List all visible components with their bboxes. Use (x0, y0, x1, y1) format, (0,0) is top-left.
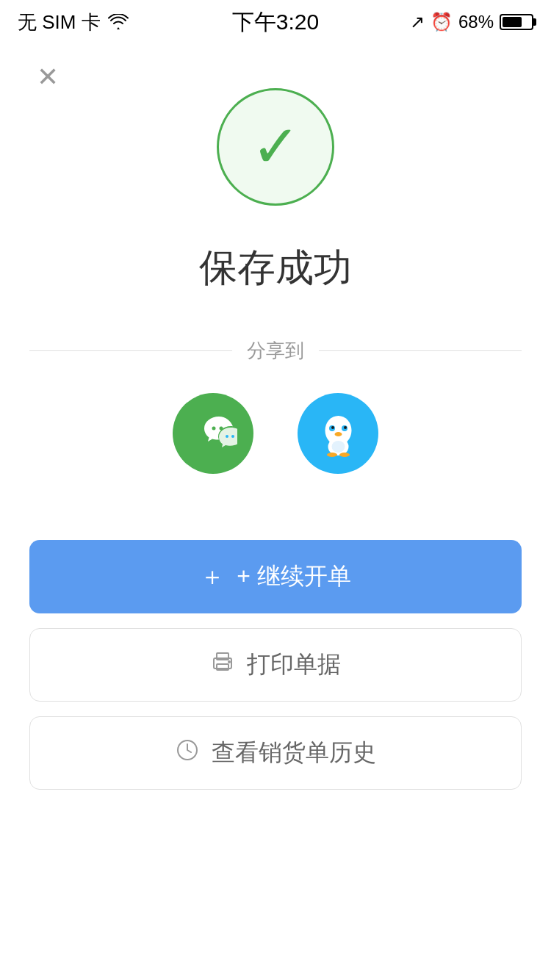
svg-point-11 (331, 441, 345, 453)
svg-point-12 (327, 453, 337, 457)
share-icons-row (29, 393, 522, 474)
checkmark-icon: ✓ (251, 118, 300, 176)
success-title: 保存成功 (199, 242, 352, 294)
close-icon: ✕ (37, 64, 59, 90)
svg-point-7 (331, 426, 334, 429)
wechat-share-button[interactable] (173, 393, 253, 474)
continue-label: + 继续开单 (237, 561, 351, 593)
svg-point-1 (219, 426, 223, 430)
status-bar: 无 SIM 卡 下午3:20 ↗ ⏰ 68% (0, 0, 551, 44)
main-content: ✓ 保存成功 分享到 (0, 44, 551, 790)
share-section: 分享到 (0, 338, 551, 474)
wechat-icon (190, 414, 237, 454)
svg-point-13 (339, 453, 350, 457)
history-label: 查看销货单历史 (212, 737, 376, 769)
print-label: 打印单据 (247, 649, 341, 681)
print-icon (210, 649, 235, 680)
svg-point-17 (228, 660, 231, 663)
battery-percentage: 68% (458, 12, 494, 32)
print-button[interactable]: 打印单据 (29, 628, 522, 702)
success-circle: ✓ (217, 88, 334, 206)
share-label: 分享到 (247, 338, 304, 364)
svg-point-8 (344, 426, 347, 429)
qq-share-button[interactable] (298, 393, 378, 474)
continue-button[interactable]: ＋ + 继续开单 (29, 540, 522, 613)
status-left: 无 SIM 卡 (18, 10, 129, 35)
status-time: 下午3:20 (232, 7, 319, 37)
svg-point-3 (231, 435, 234, 438)
alarm-icon: ⏰ (431, 12, 453, 32)
no-sim-label: 无 SIM 卡 (18, 10, 101, 35)
plus-icon: ＋ (200, 560, 225, 594)
svg-point-0 (212, 426, 215, 430)
history-icon (175, 738, 200, 768)
wifi-icon (108, 14, 129, 30)
divider-left (29, 350, 232, 351)
qq-icon (314, 410, 362, 458)
status-right: ↗ ⏰ 68% (410, 12, 533, 32)
action-buttons: ＋ + 继续开单 打印单据 查看销货单历 (0, 540, 551, 790)
svg-point-2 (226, 435, 228, 438)
svg-point-9 (334, 432, 342, 436)
battery-icon (500, 14, 533, 30)
close-button[interactable]: ✕ (29, 59, 66, 96)
divider-right (319, 350, 522, 351)
history-button[interactable]: 查看销货单历史 (29, 716, 522, 790)
location-icon: ↗ (410, 12, 425, 32)
share-divider: 分享到 (29, 338, 522, 364)
